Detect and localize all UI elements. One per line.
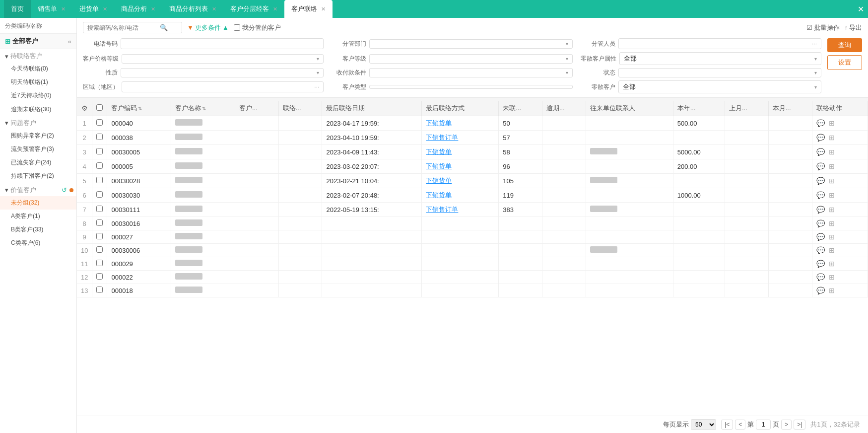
cell-check[interactable] <box>92 244 107 257</box>
sidebar-item-7days[interactable]: 近7天待联络(0) <box>0 89 76 102</box>
filter-region-select[interactable]: ··· <box>122 81 324 92</box>
col-last-month[interactable]: 上月... <box>725 101 769 116</box>
tab-product-analysis-close[interactable]: ✕ <box>151 6 155 12</box>
row-checkbox[interactable] <box>96 287 103 293</box>
col-contact[interactable]: 联络... <box>278 101 322 116</box>
chat-icon[interactable]: 💬 <box>816 260 825 268</box>
cell-check[interactable] <box>92 203 107 217</box>
filter-dept-select[interactable]: ▾ <box>369 39 572 49</box>
col-name[interactable]: 客户名称⇅ <box>171 101 235 116</box>
cell-last-way[interactable]: 下销货单 <box>422 116 499 131</box>
cell-check[interactable] <box>92 230 107 244</box>
col-last-date[interactable]: 最后联络日期 <box>322 101 422 116</box>
filter-retail-select[interactable]: 全部▾ <box>618 80 821 93</box>
cell-last-way[interactable] <box>422 271 499 284</box>
contact-way-link[interactable]: 下销售订单 <box>426 134 458 141</box>
chat-icon[interactable]: 💬 <box>816 148 825 156</box>
refresh-icon[interactable]: ↺ <box>62 186 67 194</box>
filter-status-select[interactable]: ▾ <box>618 68 821 77</box>
row-checkbox[interactable] <box>96 119 103 126</box>
col-last-way[interactable]: 最后联络方式 <box>422 101 499 116</box>
chat-icon[interactable]: 💬 <box>816 177 825 185</box>
cell-check[interactable] <box>92 145 107 159</box>
grid-action-icon[interactable]: ⊞ <box>829 219 835 227</box>
tab-customer-layer-close[interactable]: ✕ <box>273 6 277 12</box>
tab-product-analysis[interactable]: 商品分析 ✕ <box>114 0 162 18</box>
cell-check[interactable] <box>92 116 107 131</box>
cell-last-way[interactable]: 下销货单 <box>422 188 499 203</box>
col-unit-contact[interactable]: 往来单位联系人 <box>586 101 673 116</box>
grid-action-icon[interactable]: ⊞ <box>829 287 835 294</box>
grid-action-icon[interactable]: ⊞ <box>829 177 835 185</box>
grid-action-icon[interactable]: ⊞ <box>829 148 835 156</box>
sidebar-all-customers[interactable]: ⊞ 全部客户 « <box>0 34 76 49</box>
filter-price-level-select[interactable]: ▾ <box>122 54 324 64</box>
chat-icon[interactable]: 💬 <box>816 273 825 281</box>
chevron-pending-icon[interactable]: ▾ <box>5 53 8 60</box>
tab-sales-close[interactable]: ✕ <box>61 6 66 12</box>
grid-action-icon[interactable]: ⊞ <box>829 246 835 254</box>
row-checkbox[interactable] <box>96 162 103 169</box>
tab-customer-layer[interactable]: 客户分层经客 ✕ <box>223 0 284 18</box>
chat-icon[interactable]: 💬 <box>816 191 825 199</box>
grid-action-icon[interactable]: ⊞ <box>829 206 835 214</box>
cell-last-way[interactable]: 下销货单 <box>422 159 499 174</box>
sidebar-item-churn-warning[interactable]: 流失预警客户(3) <box>0 143 76 156</box>
cell-last-way[interactable] <box>422 230 499 244</box>
cell-check[interactable] <box>92 217 107 230</box>
contact-way-link[interactable]: 下销货单 <box>426 119 452 127</box>
filter-ctype-select[interactable] <box>369 85 572 89</box>
filter-nature-select[interactable]: ▾ <box>121 68 324 77</box>
row-checkbox[interactable] <box>96 273 103 280</box>
filter-level-select[interactable]: ▾ <box>369 54 572 64</box>
sidebar-item-class-a[interactable]: A类客户(1) <box>0 210 76 223</box>
col-check[interactable] <box>92 101 107 116</box>
cell-check[interactable] <box>92 174 107 188</box>
contact-way-link[interactable]: 下销货单 <box>426 148 452 155</box>
select-all-checkbox[interactable] <box>96 104 103 111</box>
row-checkbox[interactable] <box>96 191 103 198</box>
row-checkbox[interactable] <box>96 219 103 226</box>
chat-icon[interactable]: 💬 <box>816 119 825 127</box>
grid-action-icon[interactable]: ⊞ <box>829 233 835 241</box>
cell-last-way[interactable] <box>422 284 499 297</box>
cell-last-way[interactable] <box>422 217 499 230</box>
chat-icon[interactable]: 💬 <box>816 162 825 170</box>
filter-my-customers-checkbox[interactable] <box>234 24 240 31</box>
reset-button[interactable]: 设置 <box>827 55 862 70</box>
sidebar-item-class-b[interactable]: B类客户(33) <box>0 223 76 236</box>
batch-op-button[interactable]: ☑ 批量操作 <box>806 23 840 32</box>
sidebar-item-class-c[interactable]: C类客户(6) <box>0 236 76 250</box>
cell-last-way[interactable] <box>422 257 499 271</box>
grid-action-icon[interactable]: ⊞ <box>829 273 835 281</box>
tab-customer-contact-close[interactable]: ✕ <box>321 6 326 12</box>
row-checkbox[interactable] <box>96 233 103 239</box>
filter-more-conditions[interactable]: ▼ 更多条件 ▲ <box>187 23 229 32</box>
table-settings-icon[interactable]: ⚙ <box>81 104 88 112</box>
grid-action-icon[interactable]: ⊞ <box>829 191 835 199</box>
grid-action-icon[interactable]: ⊞ <box>829 119 835 127</box>
page-first-btn[interactable]: |< <box>721 420 733 430</box>
tab-customer-contact[interactable]: 客户联络 ✕ <box>284 0 333 18</box>
chat-icon[interactable]: 💬 <box>816 246 825 254</box>
sidebar-item-churned[interactable]: 已流失客户(24) <box>0 156 76 169</box>
sidebar-item-declining[interactable]: 持续下滑客户(2) <box>0 169 76 183</box>
tab-sales[interactable]: 销售单 ✕ <box>31 0 72 18</box>
filter-phone-input[interactable] <box>121 38 324 49</box>
grid-action-icon[interactable]: ⊞ <box>829 134 835 142</box>
contact-way-link[interactable]: 下销货单 <box>426 162 452 170</box>
row-checkbox[interactable] <box>96 134 103 140</box>
contact-way-link[interactable]: 下销货单 <box>426 191 452 199</box>
col-overdue[interactable]: 逾期... <box>542 101 586 116</box>
chat-icon[interactable]: 💬 <box>816 287 825 294</box>
chat-icon[interactable]: 💬 <box>816 219 825 227</box>
grid-action-icon[interactable]: ⊞ <box>829 162 835 170</box>
cell-last-way[interactable]: 下销售订单 <box>422 131 499 145</box>
filter-search-input[interactable] <box>87 24 157 31</box>
sidebar-search-input[interactable] <box>5 22 77 29</box>
tab-product-list-close[interactable]: ✕ <box>212 6 216 12</box>
tab-purchase[interactable]: 进货单 ✕ <box>72 0 114 18</box>
row-checkbox[interactable] <box>96 177 103 183</box>
sidebar-collapse-icon[interactable]: « <box>68 38 71 45</box>
chevron-value-icon[interactable]: ▾ <box>5 186 8 194</box>
